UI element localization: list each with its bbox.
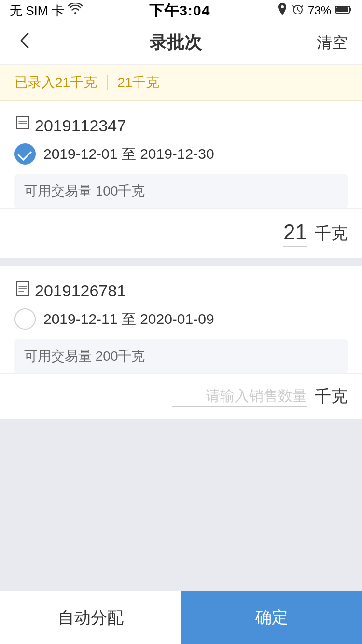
back-button[interactable]	[14, 27, 35, 59]
batch-id-2: 2019126781	[35, 281, 126, 300]
battery-percent: 73%	[308, 4, 331, 17]
batch-date-row-1[interactable]: 2019-12-01 至 2019-12-30	[14, 143, 348, 165]
amount-row-1: 21 千克	[0, 208, 362, 258]
svg-rect-5	[16, 116, 29, 129]
batch-date-row-2[interactable]: 2019-12-11 至 2020-01-09	[14, 308, 348, 330]
input-row-2: 千克	[0, 373, 362, 419]
batch-card-1: 2019112347 2019-12-01 至 2019-12-30 可用交易量…	[0, 101, 362, 208]
qty-input-wrapper-2[interactable]	[172, 386, 307, 407]
confirm-button[interactable]: 确定	[181, 591, 362, 644]
batch-date-2: 2019-12-11 至 2020-01-09	[43, 309, 214, 329]
nav-bar: 录批次 清空	[0, 21, 362, 65]
section-divider	[0, 258, 362, 266]
page-title: 录批次	[150, 31, 202, 55]
batch-doc-icon-1	[14, 115, 31, 136]
batch-qty-bar-1: 可用交易量 100千克	[14, 174, 348, 208]
bottom-buttons: 自动分配 确定	[0, 591, 362, 644]
info-value: 21千克	[117, 73, 159, 92]
batch-id-row-2: 2019126781	[14, 280, 348, 301]
location-icon	[277, 2, 288, 19]
auto-distribute-button[interactable]: 自动分配	[0, 591, 181, 644]
batch-qty-bar-2: 可用交易量 200千克	[14, 339, 348, 373]
input-unit-2: 千克	[315, 385, 348, 407]
batch-qty-text-1: 可用交易量 100千克	[24, 183, 145, 198]
batch-qty-text-2: 可用交易量 200千克	[24, 349, 145, 364]
radio-checked-1[interactable]	[14, 143, 36, 165]
wifi-icon	[68, 3, 83, 18]
amount-value-1: 21	[283, 220, 307, 244]
clear-button[interactable]: 清空	[317, 32, 348, 54]
no-sim-text: 无 SIM 卡	[10, 2, 64, 19]
batch-id-1: 2019112347	[35, 116, 126, 135]
batch-doc-icon-2	[14, 280, 31, 301]
status-left: 无 SIM 卡	[10, 2, 83, 19]
qty-input-2[interactable]	[172, 386, 307, 405]
batch-card-2: 2019126781 2019-12-11 至 2020-01-09 可用交易量…	[0, 266, 362, 373]
recorded-label: 已录入21千克	[14, 73, 97, 92]
info-divider	[107, 75, 108, 90]
alarm-icon	[292, 3, 304, 18]
battery-icon	[335, 4, 352, 17]
status-time: 下午3:04	[149, 1, 210, 21]
status-bar: 无 SIM 卡 下午3:04 73%	[0, 0, 362, 21]
amount-unit-1: 千克	[315, 223, 348, 245]
status-right: 73%	[277, 2, 352, 19]
amount-input-area-1[interactable]: 21	[283, 220, 307, 247]
batch-date-1: 2019-12-01 至 2019-12-30	[43, 144, 214, 164]
batch-id-row-1: 2019112347	[14, 115, 348, 136]
svg-rect-2	[336, 7, 348, 12]
radio-unchecked-2[interactable]	[14, 308, 36, 330]
info-bar: 已录入21千克 21千克	[0, 65, 362, 101]
